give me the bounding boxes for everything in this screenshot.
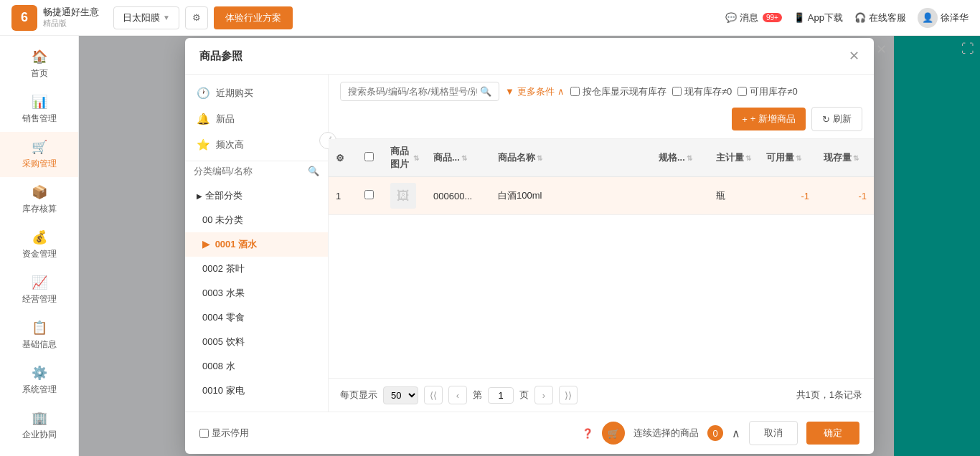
nav-new-label: 新品 xyxy=(216,113,235,125)
th-checkbox xyxy=(357,139,383,177)
checkbox-available-stock[interactable]: 现有库存≠0 xyxy=(672,85,732,98)
checkbox-usable-stock-label: 可用库存≠0 xyxy=(750,85,797,98)
sidebar-item-purchase[interactable]: 🛒 采购管理 xyxy=(0,132,78,177)
th-spec: 规格... ⇅ xyxy=(651,139,709,177)
sort-name[interactable]: 商品名称 ⇅ xyxy=(498,151,644,164)
add-product-label: + 新增商品 xyxy=(750,113,796,125)
checkbox-available-stock-input[interactable] xyxy=(672,87,682,96)
sidebar-item-operations[interactable]: 📈 经营管理 xyxy=(0,267,78,313)
row-unit: 瓶 xyxy=(709,177,759,215)
finance-icon: 💰 xyxy=(32,229,47,245)
new-icon: 🔔 xyxy=(197,113,210,125)
more-filters-button[interactable]: ▼ 更多条件 ∧ xyxy=(505,85,565,98)
category-tea[interactable]: 0002 茶叶 xyxy=(185,257,328,281)
sidebar-item-finance[interactable]: 💰 资金管理 xyxy=(0,222,78,267)
filter-icon: ▼ xyxy=(505,86,514,97)
settings-icon[interactable]: ⚙ xyxy=(185,6,208,29)
help-icon[interactable]: ❓ xyxy=(582,428,593,439)
refresh-icon: ↻ xyxy=(822,114,830,125)
show-disabled-label: 显示停用 xyxy=(212,427,249,440)
first-page-button[interactable]: ⟨⟨ xyxy=(424,386,443,404)
sidebar-item-sales[interactable]: 📊 销售管理 xyxy=(0,87,78,132)
star-icon: ⭐ xyxy=(197,138,210,151)
user-profile[interactable]: 👤 徐泽华 xyxy=(918,8,969,28)
sidebar-label-system: 系统管理 xyxy=(22,384,57,396)
sort-spec[interactable]: 规格... ⇅ xyxy=(659,151,702,164)
sidebar-item-inventory[interactable]: 📦 库存核算 xyxy=(0,177,78,222)
search-icon[interactable]: 🔍 xyxy=(308,166,319,176)
online-service-button[interactable]: 🎧 在线客服 xyxy=(854,11,906,24)
per-page-select[interactable]: 50 xyxy=(383,386,418,404)
sort-stock[interactable]: 现存量 ⇅ xyxy=(824,151,867,164)
sales-icon: 📊 xyxy=(32,94,47,110)
dialog-close-button[interactable]: ✕ xyxy=(849,48,859,64)
product-toolbar: 🔍 ▼ 更多条件 ∧ 按仓库显示现有库存 xyxy=(329,75,874,139)
nav-recent-purchases[interactable]: 🕐 近期购买 xyxy=(185,80,328,106)
sidebar: 🏠 首页 📊 销售管理 🛒 采购管理 📦 库存核算 💰 资金管理 📈 经营管理 … xyxy=(0,36,79,456)
sidebar-label-home: 首页 xyxy=(31,67,48,80)
sidebar-item-home[interactable]: 🏠 首页 xyxy=(0,42,78,87)
checkbox-warehouse-stock[interactable]: 按仓库显示现有库存 xyxy=(570,85,666,98)
collapse-selection-button[interactable]: ∧ xyxy=(732,427,740,440)
page-total: 共1页，1条记录 xyxy=(796,389,862,402)
message-button[interactable]: 💬 消息 99+ xyxy=(725,11,782,24)
app-icon: 📱 xyxy=(793,12,805,23)
dialog-left-panel: 🕐 近期购买 🔔 新品 ⭐ 频次高 《 xyxy=(185,75,329,412)
checkbox-warehouse-stock-input[interactable] xyxy=(570,87,580,96)
product-search-input[interactable] xyxy=(348,86,477,97)
dialog-overlay: 商品参照 ✕ 🕐 近期购买 🔔 新品 xyxy=(79,36,980,456)
sort-image[interactable]: 商品图片 ⇅ xyxy=(390,145,419,171)
checkbox-usable-stock-input[interactable] xyxy=(738,87,747,96)
nav-new-items[interactable]: 🔔 新品 xyxy=(185,106,328,132)
system-icon: ⚙️ xyxy=(32,365,47,381)
category-liquor[interactable]: ▶ 0001 酒水 xyxy=(185,232,328,257)
select-all-checkbox[interactable] xyxy=(364,152,374,161)
table-settings-icon[interactable]: ⚙ xyxy=(336,153,344,163)
category-water[interactable]: 0008 水 xyxy=(185,354,328,379)
logo-text-wrap: 畅捷通好生意 精品版 xyxy=(43,6,99,29)
category-fruit[interactable]: 0003 水果 xyxy=(185,281,328,305)
cart-button[interactable]: 🛒 xyxy=(602,422,625,445)
category-list: ▶ 全部分类 00 未分类 ▶ 0001 酒水 0002 茶 xyxy=(185,181,328,406)
table-row[interactable]: 1 🖼 000600... 白酒100ml xyxy=(329,177,874,215)
page-number-input[interactable] xyxy=(488,387,514,404)
sidebar-label-inventory: 库存核算 xyxy=(22,203,57,215)
next-page-button[interactable]: › xyxy=(534,386,553,404)
refresh-label: 刷新 xyxy=(833,113,852,125)
sidebar-item-enterprise[interactable]: 🏢 企业协同 xyxy=(0,403,78,448)
sort-unit[interactable]: 主计量 ⇅ xyxy=(716,151,752,164)
checkbox-usable-stock[interactable]: 可用库存≠0 xyxy=(738,85,797,98)
sidebar-item-basic-info[interactable]: 📋 基础信息 xyxy=(0,313,78,358)
show-disabled-input[interactable] xyxy=(199,429,209,438)
category-search-input[interactable] xyxy=(194,166,305,176)
logo-icon: 6 xyxy=(11,5,37,31)
category-appliances-label: 0010 家电 xyxy=(202,385,245,396)
last-page-button[interactable]: ⟩⟩ xyxy=(559,386,578,404)
show-disabled-checkbox[interactable]: 显示停用 xyxy=(199,427,249,440)
category-drinks[interactable]: 0005 饮料 xyxy=(185,330,328,354)
home-icon: 🏠 xyxy=(32,49,47,65)
app-download-button[interactable]: 📱 App下载 xyxy=(793,11,843,24)
category-all[interactable]: ▶ 全部分类 xyxy=(185,184,328,208)
prev-page-button[interactable]: ‹ xyxy=(448,386,467,404)
category-unclassified[interactable]: 00 未分类 xyxy=(185,208,328,232)
warehouse-dropdown[interactable]: 日太阳膜 ▼ xyxy=(113,6,179,29)
logo-text: 畅捷通好生意 xyxy=(43,6,99,19)
row-select-checkbox[interactable] xyxy=(364,190,374,199)
category-snacks[interactable]: 0004 零食 xyxy=(185,305,328,330)
sort-available[interactable]: 可用量 ⇅ xyxy=(766,151,809,164)
sidebar-label-basic-info: 基础信息 xyxy=(22,338,57,351)
add-product-button[interactable]: + + 新增商品 xyxy=(732,108,806,130)
sidebar-item-system[interactable]: ⚙️ 系统管理 xyxy=(0,358,78,403)
sort-code[interactable]: 商品... ⇅ xyxy=(433,151,484,164)
confirm-button[interactable]: 确定 xyxy=(806,422,859,445)
cancel-button[interactable]: 取消 xyxy=(749,421,798,445)
category-appliances[interactable]: 0010 家电 xyxy=(185,379,328,403)
sidebar-label-finance: 资金管理 xyxy=(22,248,57,260)
sidebar-item-guide[interactable]: 🔰 新手引导 xyxy=(0,448,78,456)
nav-frequent[interactable]: ⭐ 频次高 xyxy=(185,132,328,158)
trial-button[interactable]: 体验行业方案 xyxy=(214,6,293,29)
th-product-name: 商品名称 ⇅ xyxy=(491,139,651,177)
search-submit-icon[interactable]: 🔍 xyxy=(480,86,491,97)
refresh-product-button[interactable]: ↻ 刷新 xyxy=(811,107,862,131)
